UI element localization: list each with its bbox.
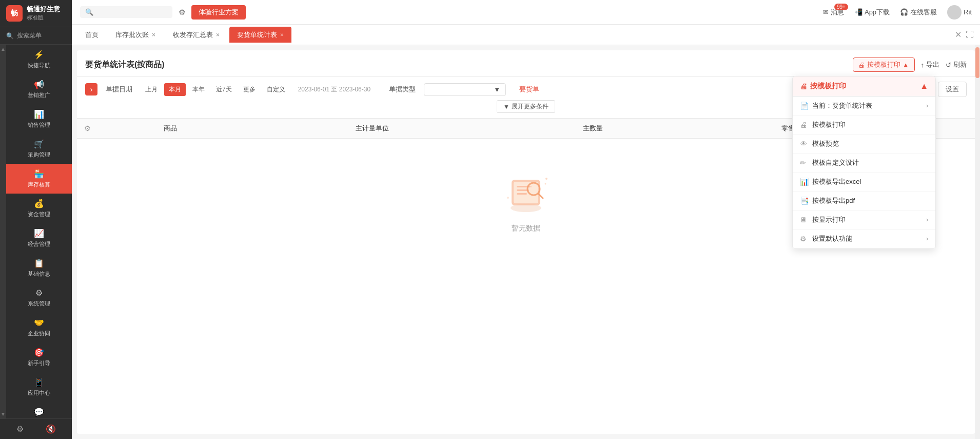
sidebar-item-quicknav[interactable]: ⚡ 快捷导航	[6, 45, 72, 74]
trial-button[interactable]: 体验行业方案	[191, 5, 246, 20]
app-logo-icon: 畅	[6, 5, 23, 22]
current-template-item[interactable]: 📄 当前：要货单统计表 ›	[793, 97, 935, 116]
template-preview-item[interactable]: 👁 模板预览	[793, 135, 935, 154]
sidebar-search[interactable]: 🔍 搜索菜单	[0, 27, 72, 45]
username-label: Rit	[964, 8, 972, 16]
date-btn-this-year[interactable]: 本年	[188, 83, 209, 96]
pdf-icon: 📑	[800, 197, 808, 205]
page-title: 要货单统计表(按商品)	[85, 60, 165, 70]
apps-icon: 📱	[34, 377, 44, 387]
tab-batch-close[interactable]: ×	[152, 31, 155, 39]
tab-home[interactable]: 首页	[78, 27, 106, 43]
top-search-box[interactable]: 🔍	[80, 6, 172, 18]
print-template-btn[interactable]: 🖨 按模板打印 ▲	[853, 58, 915, 72]
expand-more-btn[interactable]: ▼ 展开更多条件	[497, 100, 555, 113]
search-label: 搜索菜单	[17, 31, 42, 40]
date-btn-custom[interactable]: 自定义	[262, 83, 290, 96]
tab-batch[interactable]: 库存批次账 ×	[108, 27, 163, 43]
right-scrollbar[interactable]	[975, 45, 980, 439]
sidebar-item-purchase[interactable]: 🛒 采购管理	[6, 134, 72, 164]
app-download-action[interactable]: 📲 App下载	[854, 8, 890, 17]
print-dropdown-close-btn[interactable]: ▲	[920, 82, 928, 91]
export-icon: ↑	[921, 61, 925, 69]
sidebar-nav: ⚡ 快捷导航 📢 营销推广 📊 销售管理 🛒 采购管理 🏪 库存核算 💰	[6, 45, 72, 418]
doc-type-label: 单据类型	[389, 85, 416, 94]
template-excel-item[interactable]: 📊 按模板导出excel	[793, 173, 935, 192]
app-download-label: App下载	[865, 8, 890, 17]
sidebar-item-wechat[interactable]: 💬 企业微信	[6, 402, 72, 418]
table-col-settings[interactable]: ⚙	[77, 119, 97, 139]
basic-icon: 📋	[34, 258, 44, 268]
settings-footer-btn[interactable]: ⚙	[16, 424, 24, 434]
sidebar-item-guide[interactable]: 🎯 新手引导	[6, 342, 72, 372]
template-print-item[interactable]: 🖨 按模板打印	[793, 116, 935, 135]
printer-icon: 🖨	[858, 61, 865, 69]
date-btn-this-month[interactable]: 本月	[164, 83, 186, 96]
default-func-item[interactable]: ⚙ 设置默认功能 ›	[793, 230, 935, 249]
empty-icon	[500, 169, 552, 216]
date-btn-more[interactable]: 更多	[239, 83, 260, 96]
audio-footer-btn[interactable]: 🔇	[46, 424, 56, 434]
current-template-icon: 📄	[800, 102, 808, 110]
table-settings-icon[interactable]: ⚙	[84, 124, 91, 132]
sidebar-item-basic[interactable]: 📋 基础信息	[6, 253, 72, 283]
sidebar-scroll-down[interactable]: ▼	[1, 410, 6, 418]
default-func-icon: ⚙	[800, 235, 808, 243]
template-pdf-item[interactable]: 📑 按模板导出pdf	[793, 192, 935, 211]
top-bar-actions: ✉ 消息 99+ 📲 App下载 🎧 在线客服 Rit	[823, 5, 972, 20]
content-area: 要货单统计表(按商品) 🖨 按模板打印 ▲ ↑ 导出 ↺ 刷新	[72, 45, 980, 439]
top-bar: 🔍 ⚙ 体验行业方案 ✉ 消息 99+ 📲 App下载 🎧 在线客服 Rit	[72, 0, 980, 25]
svg-rect-3	[517, 186, 532, 187]
date-btn-prev-month[interactable]: 上月	[141, 83, 162, 96]
online-service-action[interactable]: 🎧 在线客服	[900, 8, 937, 17]
svg-point-11	[507, 197, 509, 199]
template-design-item[interactable]: ✏ 模板自定义设计	[793, 154, 935, 173]
purchase-icon: 🛒	[34, 139, 44, 149]
topbar-settings-icon[interactable]: ⚙	[179, 8, 185, 17]
doc-type-select[interactable]: ▼	[424, 83, 506, 96]
date-btn-7days[interactable]: 近7天	[211, 83, 237, 96]
filter-expand-btn[interactable]: ›	[85, 83, 97, 96]
sidebar-item-apps[interactable]: 📱 应用中心	[6, 372, 72, 402]
sidebar-logo: 畅 畅通好生意 标准版	[0, 0, 72, 27]
main-area: 🔍 ⚙ 体验行业方案 ✉ 消息 99+ 📲 App下载 🎧 在线客服 Rit	[72, 0, 980, 439]
messages-badge: 99+	[834, 4, 848, 10]
online-service-label: 在线客服	[910, 8, 937, 17]
operations-icon: 📈	[34, 228, 44, 238]
tab-summary[interactable]: 收发存汇总表 ×	[165, 27, 227, 43]
empty-illustration	[500, 169, 552, 216]
sidebar-scroll-up[interactable]: ▲	[1, 45, 6, 53]
default-func-chevron: ›	[926, 235, 928, 242]
sidebar-item-cooperation[interactable]: 🤝 企业协同	[6, 313, 72, 342]
top-search-input[interactable]	[96, 9, 158, 16]
empty-text: 暂无数据	[512, 224, 540, 233]
display-print-chevron: ›	[926, 216, 928, 223]
sidebar-item-inventory[interactable]: 🏪 库存核算	[6, 164, 72, 194]
sidebar-item-system[interactable]: ⚙ 系统管理	[6, 283, 72, 313]
download-icon: 📲	[854, 8, 863, 16]
sidebar-item-marketing[interactable]: 📢 营销推广	[6, 74, 72, 104]
wechat-icon: 💬	[34, 407, 44, 417]
expand-more-icon: ▼	[503, 103, 509, 110]
tabs-close-all-btn[interactable]: ✕	[955, 30, 962, 40]
export-btn[interactable]: ↑ 导出	[921, 60, 940, 69]
sidebar-item-finance[interactable]: 💰 资金管理	[6, 194, 72, 223]
user-avatar-action[interactable]: Rit	[947, 5, 972, 20]
table-col-unit: 主计量单位	[243, 119, 501, 139]
tab-summary-close[interactable]: ×	[216, 31, 220, 39]
sidebar-item-operations[interactable]: 📈 经营管理	[6, 223, 72, 253]
display-print-item[interactable]: 🖥 按显示打印 ›	[793, 211, 935, 230]
svg-point-10	[545, 183, 546, 185]
current-template-chevron: ›	[926, 102, 928, 109]
refresh-btn[interactable]: ↺ 刷新	[946, 60, 967, 69]
page: 要货单统计表(按商品) 🖨 按模板打印 ▲ ↑ 导出 ↺ 刷新	[77, 50, 975, 434]
tab-order-stat[interactable]: 要货单统计表 ×	[229, 27, 291, 43]
settings-button[interactable]: 设置	[938, 82, 967, 97]
date-range-display: 2023-06-01 至 2023-06-30	[298, 85, 370, 94]
user-avatar	[947, 5, 962, 20]
tab-order-stat-close[interactable]: ×	[280, 31, 284, 39]
template-print-icon: 🖨	[800, 121, 808, 129]
sidebar-item-sales[interactable]: 📊 销售管理	[6, 104, 72, 134]
tabs-expand-btn[interactable]: ⛶	[966, 30, 974, 40]
messages-action[interactable]: ✉ 消息 99+	[823, 8, 844, 17]
